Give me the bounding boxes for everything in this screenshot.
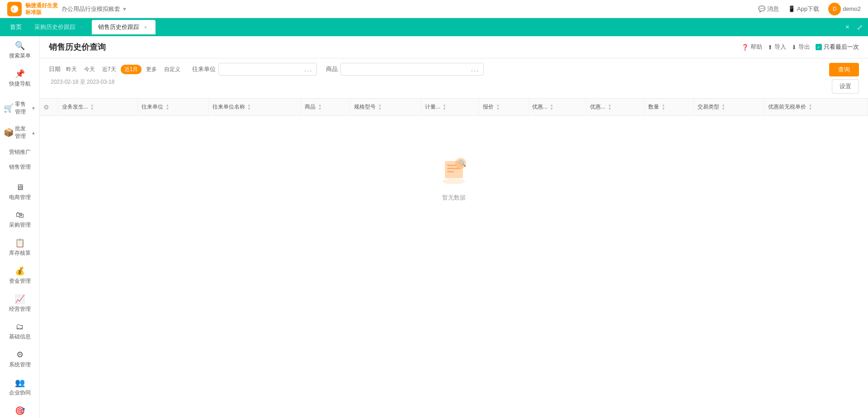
sort-quantity[interactable]: ▲▼ [661,104,665,111]
sidebar-item-purchase[interactable]: 🛍 采购管理 [0,206,39,233]
header-actions: ❓ 帮助 ⬆ 导入 ⬇ 导出 只看最后一次 [741,43,859,51]
sort-pre-tax-price[interactable]: ▲▼ [809,104,812,111]
goods-dots[interactable]: ... [471,65,480,73]
col-trade-type-label: 交易类型 [698,104,719,110]
help-button[interactable]: ❓ 帮助 [741,43,762,51]
empty-icon: 🔍 [436,152,472,188]
sort-counterparty-name[interactable]: ▲▼ [247,104,251,111]
filter-actions: 查询 设置 [829,63,859,94]
sidebar-item-beginner-guide[interactable]: 🎯 新手引导 [0,401,39,418]
enterprise-collab-icon: 👥 [15,378,25,388]
goods-input[interactable]: ... [340,63,484,76]
sidebar-item-purchase-label: 采购管理 [9,221,31,229]
only-last-checkbox[interactable] [816,44,822,50]
sidebar-item-inventory[interactable]: 📋 库存核算 [0,233,39,261]
sort-discount2[interactable]: ▲▼ [608,104,612,111]
table-col-counterparty[interactable]: 往来单位 ▲▼ [138,99,209,116]
sidebar-item-retail[interactable]: 🛒 零售管理 ▼ [0,96,39,120]
table-col-discount2[interactable]: 优惠... ▲▼ [586,99,645,116]
tab-purchase-close[interactable]: × [78,24,85,31]
table-header-row: ⚙ 业务发生... ▲▼ 往来单位 ▲▼ 往来单位名称 ▲▼ [40,99,868,116]
retail-arrow: ▼ [31,106,36,111]
date-btn-more[interactable]: 更多 [143,65,160,74]
tab-sales-history[interactable]: 销售历史价跟踪 × [92,20,156,34]
app-download-action[interactable]: 📱 App下载 [788,5,819,13]
table-col-quantity[interactable]: 数量 ▲▼ [645,99,694,116]
settings-icon[interactable]: ⚙ [43,104,49,111]
table-col-pre-tax-price[interactable]: 优惠前无税单价 ▲▼ [764,99,868,116]
date-btn-yesterday[interactable]: 昨天 [63,65,80,74]
tab-sales-close[interactable]: × [142,24,149,31]
sidebar-item-search[interactable]: 🔍 搜索菜单 [0,36,39,64]
sort-biz-date[interactable]: ▲▼ [90,104,94,111]
counterparty-input[interactable]: ... [218,63,316,76]
dropdown-icon[interactable]: ▼ [122,6,127,12]
sidebar-item-enterprise-collab[interactable]: 👥 企业协同 [0,373,39,401]
svg-rect-4 [447,165,456,166]
user-info[interactable]: D demo2 [828,3,861,15]
message-action[interactable]: 💬 消息 [758,5,779,13]
date-btn-7days[interactable]: 近7天 [99,65,119,74]
app-title-text: 办公用品行业模拟账套 [61,5,120,13]
sort-goods[interactable]: ▲▼ [318,104,322,111]
sidebar-item-marketing[interactable]: 营销推广 [0,145,39,160]
sidebar-item-search-label: 搜索菜单 [9,52,31,60]
sidebar-item-operations[interactable]: 📈 经营管理 [0,290,39,318]
col-counterparty-label: 往来单位 [142,104,163,110]
import-button[interactable]: ⬆ 导入 [768,43,786,51]
table-col-biz-date[interactable]: 业务发生... ▲▼ [58,99,138,116]
date-range-display: 2023-02-18 至 2023-03-18 [51,78,114,86]
table-col-spec[interactable]: 规格型号 ▲▼ [350,99,421,116]
sidebar-item-sales-mgmt[interactable]: 销售管理 [0,160,39,175]
finance-icon: 💰 [15,266,25,276]
counterparty-field[interactable] [222,66,304,73]
table-col-quote[interactable]: 报价 ▲▼ [479,99,528,116]
sort-counterparty[interactable]: ▲▼ [166,104,170,111]
table-col-trade-type[interactable]: 交易类型 ▲▼ [693,99,764,116]
date-label: 日期 [49,65,61,73]
retail-icon: 🛒 [4,103,14,113]
export-button[interactable]: ⬇ 导出 [792,43,810,51]
table-col-unit[interactable]: 计量... ▲▼ [421,99,479,116]
username: demo2 [843,5,861,12]
goods-field[interactable] [344,66,471,73]
sort-unit[interactable]: ▲▼ [443,104,446,111]
date-btn-custom[interactable]: 自定义 [161,65,183,74]
sidebar-item-quicknav[interactable]: 📌 快捷导航 [0,64,39,92]
tab-purchase-history[interactable]: 采购历史价跟踪 × [28,20,92,34]
tab-home[interactable]: 首页 [4,20,28,34]
sort-quote[interactable]: ▲▼ [496,104,500,111]
wholesale-icon: 📦 [4,128,14,138]
purchase-icon: 🛍 [16,210,24,220]
table-col-discount1[interactable]: 优惠... ▲▼ [528,99,586,116]
sidebar-item-system[interactable]: ⚙ 系统管理 [0,345,39,373]
sort-trade-type[interactable]: ▲▼ [722,104,725,111]
app-download-icon: 📱 [788,5,795,12]
sidebar: 🔍 搜索菜单 📌 快捷导航 🛒 零售管理 ▼ 📦 批发管理 ▲ 营销推广 销售管… [0,36,40,418]
empty-state-cell: 🔍 暂无数据 [40,116,868,238]
close-all-tabs-button[interactable]: × [844,21,851,33]
sort-discount1[interactable]: ▲▼ [550,104,553,111]
main-layout: 🔍 搜索菜单 📌 快捷导航 🛒 零售管理 ▼ 📦 批发管理 ▲ 营销推广 销售管… [0,36,868,418]
sort-spec[interactable]: ▲▼ [378,104,382,111]
table-col-counterparty-name[interactable]: 往来单位名称 ▲▼ [208,99,301,116]
sidebar-item-ecommerce[interactable]: 🖥 电商管理 [0,178,39,206]
date-buttons: 昨天 今天 近7天 近1月 更多 自定义 [63,65,183,74]
sidebar-item-finance[interactable]: 💰 资金管理 [0,261,39,290]
maximize-button[interactable]: ⤢ [855,21,864,33]
table-col-goods[interactable]: 商品 ▲▼ [301,99,350,116]
counterparty-dots[interactable]: ... [304,65,312,73]
only-last-checkbox-label[interactable]: 只看最后一次 [816,43,859,51]
filter-line2: 2023-02-18 至 2023-03-18 [49,78,822,86]
col-spec-label: 规格型号 [354,104,376,110]
date-btn-today[interactable]: 今天 [81,65,98,74]
sidebar-item-basic-info[interactable]: 🗂 基础信息 [0,318,39,345]
setting-button[interactable]: 设置 [832,79,859,94]
date-btn-1month[interactable]: 近1月 [121,65,142,74]
app-title[interactable]: 办公用品行业模拟账套 ▼ [61,5,127,13]
counterparty-filter-group: 往来单位 ... [192,63,316,76]
query-button[interactable]: 查询 [829,63,859,76]
sidebar-item-ecommerce-label: 电商管理 [9,194,31,201]
tab-bar: 首页 采购历史价跟踪 × 销售历史价跟踪 × × ⤢ [0,18,868,36]
sidebar-item-wholesale[interactable]: 📦 批发管理 ▲ [0,120,39,145]
